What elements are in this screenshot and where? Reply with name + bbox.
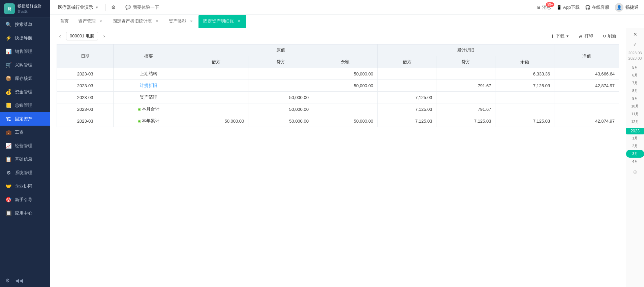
timeline-month-10[interactable]: 10月 [626,102,644,110]
sidebar-item-basic-info[interactable]: 📋 基础信息 [0,153,50,166]
date-cell: 2023-03 [57,92,114,103]
summary-cell[interactable]: 计提折旧 [114,80,184,92]
orig-credit-cell: 50,000.00 [248,115,313,127]
topbar-divider [105,4,106,11]
orig-balance-cell: 50,000.00 [313,80,377,92]
timeline-month-6[interactable]: 6月 [626,71,644,79]
download-icon: ⬇ [551,34,554,39]
sidebar-nav: 🔍 搜索菜单 ⚡ 快捷导航 📊 销售管理 🛒 采购管理 📦 库存核算 💰 资金管… [0,18,50,274]
sidebar-item-fixed-assets[interactable]: 🏗 固定资产 [0,112,50,126]
sidebar-item-app-center[interactable]: 🔲 应用中心 [0,206,50,220]
sidebar-item-search[interactable]: 🔍 搜索菜单 [0,18,50,31]
sidebar-item-finance[interactable]: 💰 资金管理 [0,85,50,99]
col-dep-debit: 借方 [377,56,436,68]
messages-button[interactable]: 🖥 消息 99+ [536,4,551,10]
tab-home[interactable]: 首页 [55,15,73,28]
download-button[interactable]: 📱 App下载 [556,4,580,10]
message-icon: 🖥 [536,5,541,10]
sidebar-footer: ⚙ ◀◀ [0,274,50,287]
briefcase-icon: 💼 [5,129,11,135]
timeline-month-4[interactable]: 4月 [626,158,644,165]
collapse-icon[interactable]: ◀◀ [15,278,23,284]
next-asset-button[interactable]: › [101,33,108,39]
download-button[interactable]: ⬇ 下载 ▼ [548,32,572,40]
orig-debit-cell [184,68,248,80]
timeline-month-3[interactable]: 3月 [626,150,644,158]
sidebar-item-inventory[interactable]: 📦 库存核算 [0,72,50,85]
avatar: 👤 [615,3,623,12]
sidebar-item-system[interactable]: ⚙ 系统管理 [0,166,50,180]
dep-balance-cell [495,92,554,103]
main-content: 医疗器械行业演示 ▼ ⚙ 💬 我要体验一下 🖥 消息 99+ 📱 App下载 🎧… [50,0,644,287]
net-value-cell: 42,874.97 [554,115,619,127]
prev-asset-button[interactable]: ‹ [57,33,63,39]
refresh-button[interactable]: ↻ 刷新 [600,32,619,40]
dep-debit-cell [377,80,436,92]
company-selector[interactable]: 医疗器械行业演示 ▼ [55,3,101,12]
print-button[interactable]: 🖨 打印 [576,32,596,40]
col-original-value: 原值 [184,44,377,56]
tab-asset-type[interactable]: 资产类型 × [164,15,198,28]
app-name: 畅捷通好业财 [18,4,42,9]
main-panel: ‹ 000001 电脑 › ⬇ 下载 ▼ 🖨 打印 ↻ 刷新 [50,28,626,287]
timeline-month-8[interactable]: 8月 [626,87,644,95]
orig-debit-cell: 50,000.00 [184,115,248,127]
tab-close-asset-type[interactable]: × [189,19,194,24]
close-timeline-button[interactable]: ✕ [631,30,639,39]
table-row: 2023-03 ▣ 本年累计 50,000.00 50,000.00 50,00… [57,115,619,127]
sidebar-item-payroll[interactable]: 💼 工资 [0,126,50,139]
timeline-month-2[interactable]: 2月 [626,142,644,150]
expand-timeline-button[interactable]: ⤢ [632,40,638,48]
orig-debit-cell [184,103,248,115]
download-label: App下载 [563,4,580,10]
sidebar-item-operations[interactable]: 📈 经营管理 [0,139,50,153]
date-cell: 2023-03 [57,115,114,127]
timeline-year-2023[interactable]: 2023 [626,128,644,134]
dep-balance-cell: 7,125.03 [495,115,554,127]
dep-credit-cell: 791.67 [436,103,495,115]
settings-icon[interactable]: ⚙ [5,278,10,284]
sidebar-item-guide[interactable]: 🎯 新手引导 [0,193,50,206]
col-orig-balance: 余额 [313,56,377,68]
sidebar-item-ledger[interactable]: 📒 总账管理 [0,99,50,112]
print-icon: 🖨 [579,34,583,39]
content-area: ‹ 000001 电脑 › ⬇ 下载 ▼ 🖨 打印 ↻ 刷新 [50,28,644,287]
timeline-month-9[interactable]: 9月 [626,95,644,102]
experience-button[interactable]: 💬 我要体验一下 [125,4,159,10]
tab-depreciation-stats[interactable]: 固定资产折旧统计表 × [108,15,164,28]
timeline-month-12[interactable]: 12月 [626,118,644,126]
timeline-month-1[interactable]: 1月 [626,134,644,142]
net-value-cell [554,103,619,115]
sidebar-item-purchase[interactable]: 🛒 采购管理 [0,58,50,72]
tab-close-depreciation-stats[interactable]: × [155,19,159,24]
dep-credit-cell: 791.67 [436,80,495,92]
scroll-down-icon[interactable]: ⊕ [632,167,639,177]
clipboard-icon: 📋 [5,156,11,162]
orig-debit-cell [184,80,248,92]
orig-credit-cell [248,80,313,92]
settings-icon[interactable]: ⚙ [110,3,117,12]
tab-close-asset-mgmt[interactable]: × [98,19,103,24]
orig-balance-cell [313,103,377,115]
tab-asset-detail[interactable]: 固定资产明细账 × [198,15,246,28]
money-icon: 💰 [5,89,11,95]
dep-balance-cell: 6,333.36 [495,68,554,80]
user-profile[interactable]: 👤 畅捷通 [615,3,639,12]
download-icon: 📱 [556,5,562,10]
tab-close-asset-detail[interactable]: × [237,19,241,24]
dep-balance-cell [495,103,554,115]
tab-asset-mgmt[interactable]: 资产管理 × [73,15,108,28]
cart-icon: 🛒 [5,62,11,68]
sidebar-item-quick-nav[interactable]: ⚡ 快捷导航 [0,31,50,45]
dep-debit-cell: 7,125.03 [377,103,436,115]
experience-label: 我要体验一下 [133,4,159,10]
service-button[interactable]: 🎧 在线客服 [585,4,609,10]
toolbar: ⬇ 下载 ▼ 🖨 打印 ↻ 刷新 [548,32,619,40]
timeline-month-11[interactable]: 11月 [626,110,644,118]
dropdown-icon: ▼ [95,5,99,9]
grid-icon: 🔲 [5,210,11,216]
sidebar-item-sales[interactable]: 📊 销售管理 [0,45,50,58]
timeline-month-5[interactable]: 5月 [626,64,644,71]
sidebar-item-collab[interactable]: 🤝 企业协同 [0,180,50,193]
timeline-month-7[interactable]: 7月 [626,79,644,87]
